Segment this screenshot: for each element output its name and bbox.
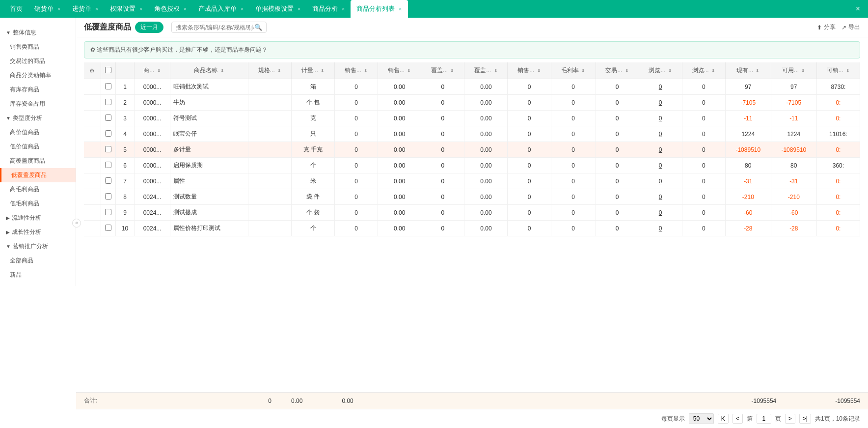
nav-tab-roles[interactable]: 角色授权 × [148, 0, 192, 18]
browse1-link[interactable]: 0 [659, 162, 662, 169]
close-sales-tab-icon[interactable]: × [57, 6, 60, 12]
row-checkbox[interactable] [105, 114, 111, 121]
nav-tab-goods-analysis[interactable]: 商品分析 × [306, 0, 351, 18]
name-col-header[interactable]: 商品名称 ⬍ [170, 62, 248, 79]
row-checkbox[interactable] [105, 225, 111, 231]
row-browse1[interactable]: 0 [639, 111, 682, 126]
row-checkbox[interactable] [105, 177, 111, 184]
transaction-col-header[interactable]: 交易... ⬍ [596, 62, 639, 79]
nav-tab-warehouse[interactable]: 产成品入库单 × [192, 0, 249, 18]
close-purchase-tab-icon[interactable]: × [95, 6, 98, 12]
nav-tab-permissions[interactable]: 权限设置 × [104, 0, 148, 18]
row-checkbox[interactable] [105, 162, 111, 168]
sidebar-item-high-margin[interactable]: 高毛利商品 [0, 182, 76, 197]
close-template-tab-icon[interactable]: × [298, 6, 300, 12]
sidebar-section-marketing[interactable]: ▼ 营销推广分析 [0, 239, 76, 254]
row-browse1[interactable]: 0 [639, 79, 682, 95]
next-page-button[interactable]: > [785, 414, 795, 424]
close-goods-analysis-list-tab-icon[interactable]: × [399, 6, 402, 12]
export-button[interactable]: ↗ 导出 [841, 23, 860, 31]
filter-btn-month[interactable]: 近一月 [135, 22, 163, 33]
row-browse1[interactable]: 0 [639, 173, 682, 189]
row-browse1[interactable]: 0 [639, 158, 682, 173]
row-browse1[interactable]: 0 [639, 142, 682, 158]
browse1-link[interactable]: 0 [659, 131, 662, 138]
row-checkbox[interactable] [105, 130, 111, 137]
sidebar-item-low-margin[interactable]: 低毛利商品 [0, 197, 76, 211]
sidebar-item-low-coverage[interactable]: 低覆盖度商品 [0, 168, 76, 182]
settings-icon[interactable]: ⚙ [89, 67, 95, 74]
row-checkbox-cell[interactable] [101, 95, 115, 111]
row-browse1[interactable]: 0 [639, 95, 682, 111]
page-size-select[interactable]: 50 100 [689, 413, 714, 424]
sidebar-item-high-value[interactable]: 高价值商品 [0, 125, 76, 140]
sidebar-item-high-coverage[interactable]: 高覆盖度商品 [0, 154, 76, 168]
row-checkbox-cell[interactable] [101, 142, 115, 158]
browse1-link[interactable]: 0 [659, 194, 662, 200]
sales-qty-col-header[interactable]: 销售... ⬍ [335, 62, 378, 79]
close-all-button[interactable]: × [852, 4, 864, 13]
settings-col-header[interactable]: ⚙ [84, 62, 101, 79]
sidebar-item-all-goods[interactable]: 全部商品 [0, 254, 76, 268]
sales-amt-col-header[interactable]: 销售... ⬍ [378, 62, 421, 79]
row-checkbox-cell[interactable] [101, 111, 115, 126]
select-all-checkbox[interactable] [105, 67, 111, 73]
row-checkbox-cell[interactable] [101, 205, 115, 221]
browse1-link[interactable]: 0 [659, 178, 662, 185]
close-roles-tab-icon[interactable]: × [184, 6, 187, 12]
sidebar-item-stock-capital[interactable]: 库存资金占用 [0, 97, 76, 111]
row-checkbox-cell[interactable] [101, 158, 115, 173]
sidebar-section-liquidity[interactable]: ▶ 流通性分析 [0, 211, 76, 225]
sidebar-item-new-goods[interactable]: 新品 [0, 268, 76, 282]
row-checkbox[interactable] [105, 146, 111, 152]
row-checkbox[interactable] [105, 99, 111, 105]
nav-tab-goods-analysis-list[interactable]: 商品分析列表 × [351, 0, 407, 18]
browse1-col-header[interactable]: 浏览... ⬍ [639, 62, 682, 79]
row-browse1[interactable]: 0 [639, 221, 682, 236]
available-stock-col-header[interactable]: 可用... ⬍ [771, 62, 816, 79]
coverage2-col-header[interactable]: 覆盖... ⬍ [464, 62, 508, 79]
row-checkbox-cell[interactable] [101, 221, 115, 236]
current-page-input[interactable] [757, 414, 771, 424]
sidebar-item-category-rate[interactable]: 商品分类动销率 [0, 68, 76, 83]
coverage1-col-header[interactable]: 覆盖... ⬍ [421, 62, 464, 79]
checkbox-col-header[interactable] [101, 62, 115, 79]
sidebar-section-growth[interactable]: ▶ 成长性分析 [0, 225, 76, 239]
spec-col-header[interactable]: 规格... ⬍ [248, 62, 291, 79]
gross-margin-col-header[interactable]: 毛利率 ⬍ [551, 62, 596, 79]
saleable-col-header[interactable]: 可销... ⬍ [816, 62, 860, 79]
row-checkbox[interactable] [105, 83, 111, 89]
sidebar-item-traded-goods[interactable]: 交易过的商品 [0, 54, 76, 68]
browse2-col-header[interactable]: 浏览... ⬍ [682, 62, 725, 79]
close-goods-analysis-tab-icon[interactable]: × [342, 6, 345, 12]
browse1-link[interactable]: 0 [659, 84, 662, 90]
row-checkbox-cell[interactable] [101, 126, 115, 142]
close-warehouse-tab-icon[interactable]: × [241, 6, 244, 12]
nav-tab-template[interactable]: 单据模板设置 × [249, 0, 306, 18]
nav-tab-purchase[interactable]: 进货单 × [66, 0, 104, 18]
close-permissions-tab-icon[interactable]: × [139, 6, 142, 12]
browse1-link[interactable]: 0 [659, 225, 662, 232]
current-stock-col-header[interactable]: 现有... ⬍ [725, 62, 771, 79]
browse1-link[interactable]: 0 [659, 209, 662, 216]
row-browse1[interactable]: 0 [639, 205, 682, 221]
row-browse1[interactable]: 0 [639, 189, 682, 205]
first-page-button[interactable]: K [718, 414, 729, 424]
nav-tab-home[interactable]: 首页 [4, 0, 28, 18]
browse1-link[interactable]: 0 [659, 146, 662, 153]
last-page-button[interactable]: >| [799, 414, 811, 424]
row-checkbox-cell[interactable] [101, 79, 115, 95]
share-button[interactable]: ⬆ 分享 [817, 23, 836, 31]
code-col-header[interactable]: 商... ⬍ [135, 62, 170, 79]
row-checkbox[interactable] [105, 209, 111, 215]
row-browse1[interactable]: 0 [639, 126, 682, 142]
sales3-col-header[interactable]: 销售... ⬍ [508, 62, 551, 79]
browse1-link[interactable]: 0 [659, 115, 662, 122]
sidebar-section-overall[interactable]: ▼ 整体信息 [0, 26, 76, 40]
search-input[interactable] [176, 24, 254, 31]
browse1-link[interactable]: 0 [659, 99, 662, 106]
row-checkbox-cell[interactable] [101, 189, 115, 205]
row-checkbox-cell[interactable] [101, 173, 115, 189]
prev-page-button[interactable]: < [732, 414, 743, 424]
row-checkbox[interactable] [105, 193, 111, 200]
